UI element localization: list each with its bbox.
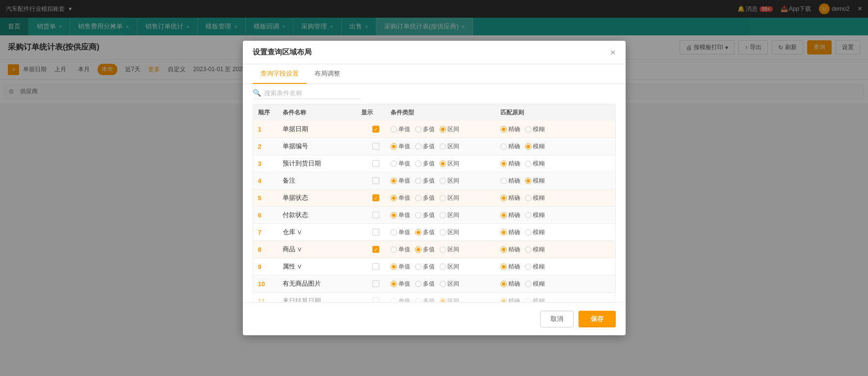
radio-dot bbox=[525, 178, 531, 184]
radio-type-区间[interactable]: 区间 bbox=[440, 245, 459, 254]
radio-type-多值[interactable]: 多值 bbox=[415, 228, 435, 237]
radio-match-模糊[interactable]: 模糊 bbox=[525, 263, 545, 271]
row-show-checkbox[interactable] bbox=[372, 297, 379, 302]
row-show-checkbox[interactable] bbox=[372, 263, 379, 270]
radio-type-多值[interactable]: 多值 bbox=[415, 280, 435, 288]
radio-dot bbox=[415, 281, 421, 287]
radio-match-模糊[interactable]: 模糊 bbox=[525, 194, 545, 202]
radio-match-精确[interactable]: 精确 bbox=[500, 280, 520, 288]
row-show-checkbox[interactable] bbox=[372, 143, 379, 150]
radio-type-多值[interactable]: 多值 bbox=[415, 194, 435, 202]
radio-type-单值[interactable]: 单值 bbox=[391, 263, 410, 271]
radio-type-区间[interactable]: 区间 bbox=[440, 211, 459, 219]
radio-match-模糊[interactable]: 模糊 bbox=[525, 297, 545, 303]
radio-match-模糊[interactable]: 模糊 bbox=[525, 125, 545, 134]
radio-type-区间[interactable]: 区间 bbox=[440, 263, 459, 271]
radio-type-单值[interactable]: 单值 bbox=[391, 177, 410, 185]
row-match-group: 精确模糊 bbox=[500, 177, 610, 185]
dialog-tab-query-fields[interactable]: 查询字段设置 bbox=[253, 64, 307, 84]
row-condition-name: 备注 bbox=[283, 176, 361, 185]
radio-type-单值[interactable]: 单值 bbox=[391, 142, 410, 151]
radio-match-模糊[interactable]: 模糊 bbox=[525, 160, 545, 168]
radio-dot bbox=[500, 229, 507, 236]
radio-dot bbox=[415, 229, 421, 236]
row-show-checkbox[interactable] bbox=[372, 126, 379, 133]
search-input[interactable] bbox=[264, 89, 361, 97]
radio-dot bbox=[440, 229, 446, 236]
row-show-checkbox[interactable] bbox=[372, 194, 379, 201]
row-show-checkbox-wrap bbox=[361, 263, 391, 270]
row-order: 1 bbox=[258, 126, 283, 133]
radio-type-单值[interactable]: 单值 bbox=[391, 297, 410, 303]
radio-match-精确[interactable]: 精确 bbox=[500, 194, 520, 202]
radio-type-区间[interactable]: 区间 bbox=[440, 297, 459, 303]
radio-match-精确[interactable]: 精确 bbox=[500, 263, 520, 271]
radio-type-区间[interactable]: 区间 bbox=[440, 280, 459, 288]
radio-match-精确[interactable]: 精确 bbox=[500, 160, 520, 168]
radio-dot bbox=[525, 298, 531, 303]
radio-match-精确[interactable]: 精确 bbox=[500, 245, 520, 254]
cancel-button[interactable]: 取消 bbox=[540, 311, 574, 327]
row-show-checkbox[interactable] bbox=[372, 280, 379, 287]
radio-dot bbox=[525, 246, 531, 253]
radio-match-模糊[interactable]: 模糊 bbox=[525, 177, 545, 185]
row-show-checkbox-wrap bbox=[361, 126, 391, 133]
table-row: 9属性 ∨单值多值区间精确模糊 bbox=[253, 258, 616, 275]
radio-type-单值[interactable]: 单值 bbox=[391, 280, 410, 288]
radio-type-区间[interactable]: 区间 bbox=[440, 160, 459, 168]
radio-type-多值[interactable]: 多值 bbox=[415, 125, 435, 134]
radio-type-单值[interactable]: 单值 bbox=[391, 194, 410, 202]
radio-match-精确[interactable]: 精确 bbox=[500, 297, 520, 303]
radio-match-精确[interactable]: 精确 bbox=[500, 142, 520, 151]
radio-match-精确[interactable]: 精确 bbox=[500, 125, 520, 134]
radio-match-精确[interactable]: 精确 bbox=[500, 211, 520, 219]
radio-type-单值[interactable]: 单值 bbox=[391, 245, 410, 254]
radio-match-精确[interactable]: 精确 bbox=[500, 228, 520, 237]
row-show-checkbox-wrap bbox=[361, 229, 391, 236]
radio-type-单值[interactable]: 单值 bbox=[391, 228, 410, 237]
radio-match-模糊[interactable]: 模糊 bbox=[525, 245, 545, 254]
table-row: 10有无商品图片单值多值区间精确模糊 bbox=[253, 275, 616, 293]
row-show-checkbox[interactable] bbox=[372, 229, 379, 236]
radio-dot bbox=[525, 264, 531, 270]
radio-dot bbox=[440, 212, 446, 218]
dialog-tab-layout[interactable]: 布局调整 bbox=[307, 64, 348, 84]
radio-dot bbox=[440, 264, 446, 270]
row-show-checkbox[interactable] bbox=[372, 246, 379, 253]
radio-match-模糊[interactable]: 模糊 bbox=[525, 211, 545, 219]
row-type-group: 单值多值区间 bbox=[391, 297, 500, 303]
radio-dot bbox=[391, 212, 397, 218]
radio-type-单值[interactable]: 单值 bbox=[391, 125, 410, 134]
dialog-close-button[interactable]: × bbox=[610, 48, 616, 57]
row-show-checkbox[interactable] bbox=[372, 160, 379, 167]
radio-match-模糊[interactable]: 模糊 bbox=[525, 142, 545, 151]
radio-type-多值[interactable]: 多值 bbox=[415, 211, 435, 219]
radio-type-区间[interactable]: 区间 bbox=[440, 125, 459, 134]
radio-type-区间[interactable]: 区间 bbox=[440, 142, 459, 151]
row-show-checkbox[interactable] bbox=[372, 212, 379, 218]
radio-match-模糊[interactable]: 模糊 bbox=[525, 280, 545, 288]
radio-type-区间[interactable]: 区间 bbox=[440, 228, 459, 237]
table-row: 4备注单值多值区间精确模糊 bbox=[253, 172, 616, 189]
row-order: 10 bbox=[258, 280, 283, 288]
radio-type-区间[interactable]: 区间 bbox=[440, 177, 459, 185]
row-order: 5 bbox=[258, 194, 283, 202]
radio-match-模糊[interactable]: 模糊 bbox=[525, 228, 545, 237]
radio-type-区间[interactable]: 区间 bbox=[440, 194, 459, 202]
radio-type-单值[interactable]: 单值 bbox=[391, 160, 410, 168]
row-show-checkbox[interactable] bbox=[372, 177, 379, 184]
radio-match-精确[interactable]: 精确 bbox=[500, 177, 520, 185]
dialog-table-body: 1单据日期单值多值区间精确模糊2单据编号单值多值区间精确模糊3预计到货日期单值多… bbox=[243, 121, 626, 302]
radio-dot bbox=[391, 161, 397, 167]
radio-type-单值[interactable]: 单值 bbox=[391, 211, 410, 219]
save-button[interactable]: 保存 bbox=[579, 311, 616, 327]
table-row: 11来日结算日期单值多值区间精确模糊 bbox=[253, 293, 616, 302]
radio-type-多值[interactable]: 多值 bbox=[415, 160, 435, 168]
radio-dot bbox=[500, 126, 507, 133]
radio-type-多值[interactable]: 多值 bbox=[415, 177, 435, 185]
col-name-header: 条件名称 bbox=[283, 108, 361, 117]
radio-type-多值[interactable]: 多值 bbox=[415, 245, 435, 254]
radio-type-多值[interactable]: 多值 bbox=[415, 263, 435, 271]
radio-type-多值[interactable]: 多值 bbox=[415, 297, 435, 303]
radio-type-多值[interactable]: 多值 bbox=[415, 142, 435, 151]
